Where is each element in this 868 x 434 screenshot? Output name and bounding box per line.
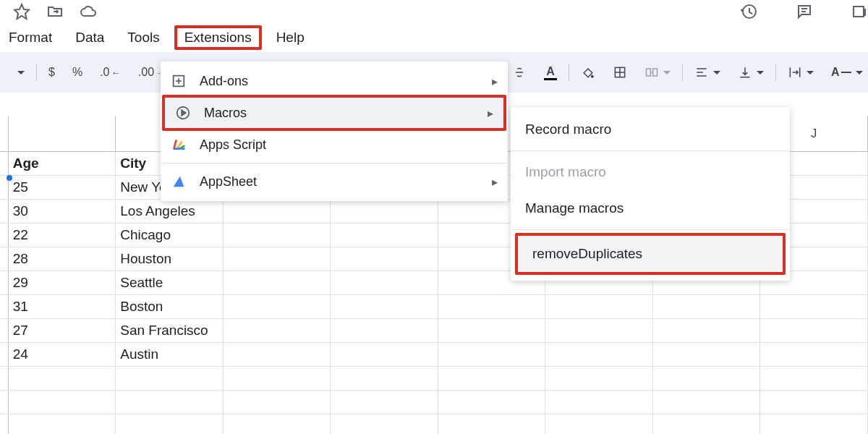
submenu-manage-macros[interactable]: Manage macros xyxy=(511,190,790,226)
separator xyxy=(36,64,37,81)
submenu-arrow-icon: ▸ xyxy=(492,175,498,189)
format-percent[interactable]: % xyxy=(67,61,88,83)
comment-icon[interactable] xyxy=(796,3,813,20)
menu-item-appsheet[interactable]: AppSheet ▸ xyxy=(161,166,508,197)
menu-item-label: Add-ons xyxy=(200,74,479,89)
submenu-arrow-icon: ▸ xyxy=(488,106,493,120)
menu-tools[interactable]: Tools xyxy=(119,27,168,48)
header-cell-age[interactable]: Age xyxy=(9,152,116,175)
menu-item-macros[interactable]: Macros ▸ xyxy=(165,98,503,128)
menu-item-label: Apps Script xyxy=(200,137,498,153)
submenu-import-macro: Import macro xyxy=(511,154,790,190)
v-align-button[interactable] xyxy=(732,61,770,84)
menu-help[interactable]: Help xyxy=(268,27,313,48)
history-icon[interactable] xyxy=(741,3,758,20)
svg-marker-19 xyxy=(182,110,185,115)
more-formats-dropdown[interactable] xyxy=(9,67,30,79)
borders-button[interactable] xyxy=(607,61,633,84)
macros-icon xyxy=(175,105,191,121)
macros-submenu: Record macro Import macro Manage macros … xyxy=(511,107,790,281)
table-row xyxy=(0,391,868,414)
menu-extensions[interactable]: Extensions xyxy=(174,25,262,50)
text-rotation-button[interactable]: A xyxy=(825,61,868,83)
appsheet-icon xyxy=(171,174,187,190)
table-row xyxy=(0,414,868,434)
svg-point-3 xyxy=(592,76,594,78)
col-header-b[interactable] xyxy=(9,116,116,151)
table-row: 27San Francisco xyxy=(0,319,868,343)
decrease-decimals[interactable]: .0← xyxy=(94,61,127,83)
merge-cells-button[interactable] xyxy=(639,61,676,84)
apps-script-icon xyxy=(171,137,187,153)
menu-separator xyxy=(511,150,790,151)
menu-format[interactable]: Format xyxy=(0,27,61,48)
cloud-status-icon[interactable] xyxy=(80,3,97,20)
separator xyxy=(569,64,569,81)
menu-data[interactable]: Data xyxy=(67,27,113,48)
move-folder-icon[interactable] xyxy=(46,3,64,20)
text-color-button[interactable]: A xyxy=(538,61,563,85)
menu-item-addons[interactable]: Add-ons ▸ xyxy=(161,66,508,96)
extensions-menu: Add-ons ▸ Macros ▸ Apps Script AppSheet … xyxy=(161,61,508,201)
menu-separator xyxy=(161,163,508,163)
svg-rect-7 xyxy=(647,69,651,76)
table-row: 31Boston xyxy=(0,295,868,319)
menu-item-apps-script[interactable]: Apps Script xyxy=(161,129,508,160)
quick-icon-strip xyxy=(0,0,868,23)
submenu-arrow-icon: ▸ xyxy=(492,75,498,88)
table-row: 24Austin xyxy=(0,343,868,367)
svg-marker-0 xyxy=(14,4,29,19)
format-currency[interactable]: $ xyxy=(43,61,61,83)
menu-item-label: AppSheet xyxy=(200,174,479,190)
submenu-record-macro[interactable]: Record macro xyxy=(511,111,790,148)
separator xyxy=(775,64,776,81)
submenu-removeduplicates[interactable]: removeDuplicates xyxy=(518,236,783,272)
menubar: Format Data Tools Extensions Help xyxy=(0,23,868,52)
separator xyxy=(682,64,683,81)
text-wrap-button[interactable] xyxy=(782,61,820,84)
fill-color-button[interactable] xyxy=(575,61,601,84)
addons-icon xyxy=(171,73,187,89)
strikethrough-button[interactable] xyxy=(506,61,532,84)
h-align-button[interactable] xyxy=(689,61,726,84)
table-row xyxy=(0,367,868,391)
svg-rect-8 xyxy=(653,69,658,76)
menu-separator xyxy=(511,229,790,230)
menu-item-label: Macros xyxy=(204,106,475,121)
selection-handle[interactable] xyxy=(7,175,12,181)
present-icon[interactable] xyxy=(851,3,868,20)
star-icon[interactable] xyxy=(13,3,30,20)
